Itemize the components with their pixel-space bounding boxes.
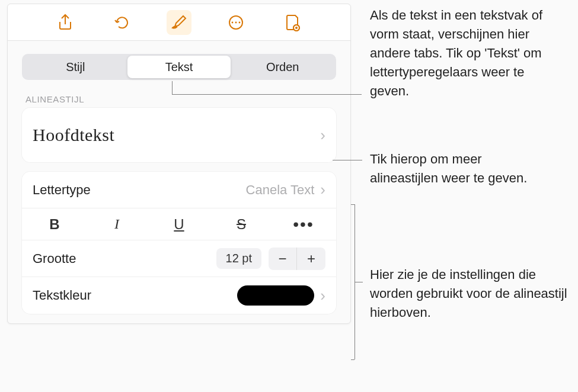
svg-point-3 xyxy=(239,21,241,23)
document-menu-button[interactable] xyxy=(280,10,305,35)
format-panel: Stijl Tekst Orden ALINEASTIJL Hoofdtekst… xyxy=(7,4,351,324)
svg-point-1 xyxy=(232,21,234,23)
document-menu-icon xyxy=(285,14,301,31)
text-color-row[interactable]: Tekstkleur › xyxy=(22,277,336,314)
size-label: Grootte xyxy=(33,251,76,266)
callout-connector xyxy=(172,94,362,95)
paragraph-style-section-label: ALINEASTIJL xyxy=(25,94,333,104)
inspector-tabs[interactable]: Stijl Tekst Orden xyxy=(22,54,336,80)
format-button[interactable] xyxy=(167,10,191,35)
callout-3-text: Hier zie je de instellingen die worden g… xyxy=(370,265,571,322)
text-color-swatch[interactable] xyxy=(237,285,314,306)
strikethrough-button[interactable]: S xyxy=(221,216,262,233)
svg-point-6 xyxy=(295,27,298,29)
italic-button[interactable]: I xyxy=(96,216,138,232)
underline-button[interactable]: U xyxy=(158,216,200,233)
paragraph-style-card[interactable]: Hoofdtekst › xyxy=(22,108,336,162)
undo-icon xyxy=(113,14,131,31)
size-stepper: − + xyxy=(269,248,325,270)
callout-bracket xyxy=(351,359,355,360)
callout-2-text: Tik hierop om meer alineastijlen weer te… xyxy=(370,150,548,188)
size-decrement-button[interactable]: − xyxy=(269,248,297,270)
tab-arrange[interactable]: Orden xyxy=(231,56,334,78)
font-value: Canela Text xyxy=(246,182,315,198)
size-row: Grootte 12 pt − + xyxy=(22,240,336,277)
chevron-right-icon: › xyxy=(320,287,325,305)
bold-button[interactable]: B xyxy=(34,216,75,233)
undo-button[interactable] xyxy=(110,10,135,35)
callout-connector xyxy=(333,160,362,160)
paintbrush-icon xyxy=(170,14,188,31)
share-button[interactable] xyxy=(53,10,78,35)
font-row[interactable]: Lettertype Canela Text › xyxy=(22,172,336,208)
size-increment-button[interactable]: + xyxy=(297,248,325,270)
tab-text[interactable]: Tekst xyxy=(127,56,231,78)
more-format-button[interactable]: ••• xyxy=(283,215,324,234)
callout-connector xyxy=(355,282,363,282)
callout-1-text: Als de tekst in een tekstvak of vorm sta… xyxy=(370,6,566,100)
callout-connector xyxy=(172,81,173,94)
svg-point-2 xyxy=(235,21,237,23)
text-color-label: Tekstkleur xyxy=(33,288,91,303)
size-value[interactable]: 12 pt xyxy=(216,248,261,269)
text-settings-card: Lettertype Canela Text › B I U S ••• Gro… xyxy=(22,172,336,314)
font-label: Lettertype xyxy=(33,182,91,198)
chevron-right-icon: › xyxy=(320,181,325,199)
paragraph-style-name: Hoofdtekst xyxy=(33,125,114,145)
ellipsis-icon xyxy=(227,14,245,31)
top-toolbar xyxy=(8,4,350,41)
more-button[interactable] xyxy=(223,10,248,35)
callout-bracket xyxy=(351,204,355,205)
format-buttons-row: B I U S ••• xyxy=(22,208,336,240)
chevron-right-icon: › xyxy=(320,126,325,144)
share-icon xyxy=(58,14,73,31)
tab-style[interactable]: Stijl xyxy=(24,56,127,78)
